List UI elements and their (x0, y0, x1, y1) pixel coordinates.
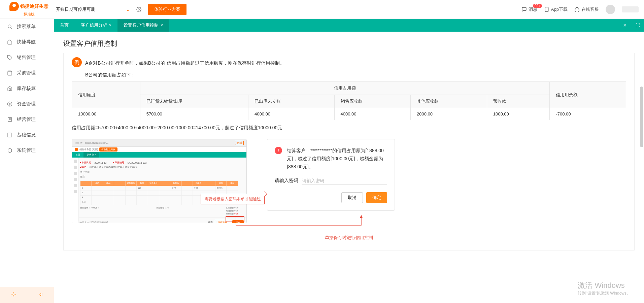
tabbar-close-button[interactable]: ✕ (618, 19, 631, 32)
content-scroll[interactable]: 例 A企对B公司进行开单时，如果B公司的 信用占用额超过了信用额度，则在保存时进… (54, 53, 644, 303)
sidebar-label: 系统管理 (17, 147, 36, 154)
app-download-link[interactable]: App下载 (544, 6, 568, 12)
example-badge-icon: 例 (72, 57, 82, 67)
sidebar-label: 搜索菜单 (17, 24, 36, 30)
tag-icon (7, 55, 13, 61)
cell: 1000.00 (487, 108, 550, 120)
sidebar-label: 资金管理 (17, 101, 36, 107)
sidebar-item-purchase[interactable]: 采购管理 (0, 65, 54, 81)
messages-badge: 99+ (533, 4, 542, 8)
tab-label: 首页 (60, 22, 69, 28)
scrollbar-thumb[interactable] (640, 87, 643, 147)
sidebar-item-inventory[interactable]: 库存核算 (0, 81, 54, 96)
th-c3: 销售应收款 (334, 95, 411, 108)
example-line1: A企对B公司进行开单时，如果B公司的 信用占用额超过了信用额度，则在保存时进行信… (85, 59, 284, 67)
cell: 10000.00 (72, 108, 140, 120)
settings-gear-button[interactable] (133, 4, 144, 15)
app-download-label: App下载 (551, 6, 568, 12)
cancel-button[interactable]: 取消 (341, 192, 363, 203)
search-icon (7, 24, 13, 30)
password-note-box: 需要老板输入密码本单才能通过 (201, 194, 265, 204)
gear-icon (136, 7, 141, 12)
sidebar-item-search[interactable]: 搜索菜单 (0, 19, 54, 34)
credit-formula: 信用占用额=5700.00+4000.00+4000.00+2000.00-10… (72, 125, 626, 131)
sidebar-item-system[interactable]: 系统管理 (0, 143, 54, 158)
credit-warning-dialog: ! 结算客户：************的信用占用额为[1888.00元]，超过了… (267, 139, 395, 211)
th-c4: 其他应收款 (411, 95, 487, 108)
close-icon[interactable]: × (109, 23, 111, 28)
mock-browser: ◁ ▷ ⟳cloud.chanjet.com/... 更新 销售单备货 [先借]… (72, 139, 247, 223)
experience-plan-button[interactable]: 体验行业方案 (148, 4, 187, 15)
svg-marker-18 (360, 215, 363, 218)
brand-edition: 标准版 (24, 12, 35, 17)
tab-label: 客户信用分析 (81, 22, 107, 28)
dropdown-label: 开账日期可停用可删 (56, 6, 95, 12)
save-caption: 单据保存时进行信用控制 (72, 235, 626, 241)
headset-icon (574, 7, 580, 12)
table-row: 10000.00 5700.00 4000.00 4000.00 2000.00… (72, 108, 626, 120)
mock-app-toolbar: 销售单备货 [先借] 体验行业方案 (72, 147, 246, 152)
svg-point-16 (13, 294, 14, 295)
svg-marker-15 (8, 148, 12, 153)
hex-icon (7, 147, 13, 154)
cell-negative: -700.00 (550, 108, 626, 120)
svg-rect-1 (545, 7, 548, 11)
main-area: 首页 客户信用分析× 设置客户信用控制× ✕ ⛶ 设置客户信用控制 例 A企对B… (54, 19, 644, 303)
svg-rect-6 (9, 89, 10, 90)
username-chip[interactable] (622, 6, 639, 12)
footer-gear-icon[interactable] (11, 292, 16, 298)
th-c1: 已订货未销货/出库 (140, 95, 248, 108)
sidebar-label: 采购管理 (17, 70, 36, 76)
warning-icon: ! (275, 147, 282, 154)
mock-tabs: 首页 销售单 × (72, 152, 246, 158)
sidebar-label: 库存核算 (17, 86, 36, 92)
sidebar-item-sales[interactable]: 销售管理 (0, 50, 54, 65)
sidebar-item-quicknav[interactable]: 快捷导航 (0, 34, 54, 50)
topbar-right: 消息 99+ App下载 在线客服 (521, 5, 639, 14)
avatar[interactable] (606, 5, 615, 14)
online-service-link[interactable]: 在线客服 (574, 6, 599, 12)
messages-link[interactable]: 消息 99+ (521, 6, 537, 12)
brand-name: 畅捷通好生意 (20, 3, 48, 9)
topbar: 畅捷通好生意 标准版 开账日期可停用可删 ⌄ 体验行业方案 消息 99+ App… (0, 0, 644, 19)
dialog-message: 结算客户：************的信用占用额为[1888.00元]，超过了信用… (287, 147, 387, 171)
connector-line (72, 222, 626, 232)
tab-credit-settings[interactable]: 设置客户信用控制× (117, 19, 169, 32)
phone-icon (544, 7, 549, 12)
th-credit-limit: 信用额度 (72, 82, 140, 108)
mock-body: • 单据日期2020-11-13• 单据编号SA-20201113-003 • … (72, 158, 246, 217)
th-credit-balance: 信用用余额 (550, 82, 626, 108)
sidebar-label: 销售管理 (17, 55, 36, 61)
tab-label: 设置客户信用控制 (124, 22, 159, 28)
list-icon (7, 132, 13, 138)
cell: 4000.00 (248, 108, 335, 120)
svg-point-0 (138, 9, 139, 10)
footer-collapse-icon[interactable] (38, 292, 43, 298)
cell: 4000.00 (334, 108, 411, 120)
yen-icon (7, 101, 13, 107)
sidebar-item-baseinfo[interactable]: 基础信息 (0, 127, 54, 143)
cell: 2000.00 (411, 108, 487, 120)
brand-logo-icon (9, 2, 19, 11)
th-c5: 预收款 (487, 95, 550, 108)
logo-area: 畅捷通好生意 标准版 (5, 2, 53, 17)
th-credit-used: 信用占用额 (140, 82, 550, 95)
mock-addressbar: ◁ ▷ ⟳cloud.chanjet.com/... 更新 (72, 139, 246, 147)
mini-logo-icon (75, 148, 78, 151)
svg-point-3 (8, 25, 11, 28)
sidebar-item-business[interactable]: 经营管理 (0, 112, 54, 127)
cell: 5700.00 (140, 108, 248, 120)
account-date-dropdown[interactable]: 开账日期可停用可删 ⌄ (53, 4, 133, 15)
password-input[interactable] (302, 177, 387, 185)
sidebar-label: 快捷导航 (17, 39, 36, 45)
tabbar: 首页 客户信用分析× 设置客户信用控制× ✕ ⛶ (54, 19, 644, 32)
tabbar-right: ✕ ⛶ (618, 19, 644, 32)
tab-credit-analysis[interactable]: 客户信用分析× (75, 19, 117, 32)
close-icon[interactable]: × (161, 23, 163, 28)
sidebar-footer (0, 287, 54, 303)
sidebar-item-funds[interactable]: 资金管理 (0, 96, 54, 112)
tabbar-fullscreen-button[interactable]: ⛶ (631, 19, 644, 32)
sidebar: 搜索菜单 快捷导航 销售管理 采购管理 库存核算 资金管理 经营管理 基础信息 … (0, 19, 54, 303)
ok-button[interactable]: 确定 (366, 192, 387, 203)
tab-home[interactable]: 首页 (54, 19, 75, 32)
